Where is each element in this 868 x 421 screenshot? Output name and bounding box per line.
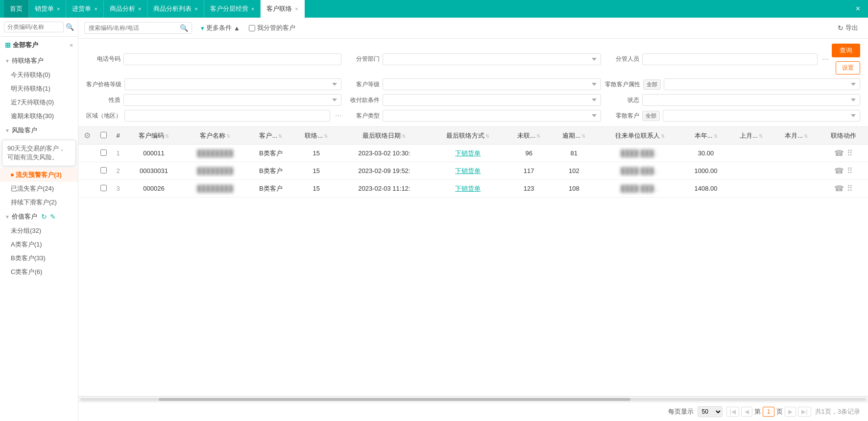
- sidebar-section-risk[interactable]: ▼ 风险客户: [0, 123, 78, 138]
- filter-phone-input[interactable]: [123, 53, 341, 65]
- contact-action-icon-2[interactable]: ☎: [834, 184, 844, 193]
- sidebar-item-tomorrow[interactable]: 明天待联络(1): [0, 82, 78, 96]
- filter-settings-btn[interactable]: 设置: [836, 61, 860, 74]
- sidebar-section-value[interactable]: ▼ 价值客户 ↻ ✎: [0, 209, 78, 224]
- main-search-input[interactable]: [84, 22, 192, 34]
- more-action-icon-2[interactable]: ⠿: [847, 184, 853, 193]
- th-this-year[interactable]: 本年...⇅: [683, 127, 728, 145]
- sidebar-item-ungroup[interactable]: 未分组(32): [0, 224, 78, 238]
- filter-status-select[interactable]: [642, 94, 860, 106]
- more-filter-btn[interactable]: ▾ 更多条件 ▲: [197, 22, 244, 34]
- contact-action-icon-0[interactable]: ☎: [834, 149, 844, 158]
- cell-this-year-2: 1408.00: [683, 180, 728, 198]
- main-search-icon[interactable]: 🔍: [180, 24, 188, 32]
- cell-last-method-1[interactable]: 下销货单: [430, 162, 506, 180]
- th-code[interactable]: 客户编码⇅: [125, 127, 182, 145]
- per-page-select[interactable]: 50 100 200: [698, 406, 723, 417]
- sidebar-collapse-icon[interactable]: «: [70, 42, 73, 49]
- sidebar-item-churn-warning[interactable]: 流失预警客户(3): [0, 168, 78, 182]
- tab-home[interactable]: 首页: [4, 0, 29, 18]
- sidebar-item-overdue[interactable]: 逾期未联络(30): [0, 109, 78, 123]
- cell-last-method-0[interactable]: 下销货单: [430, 145, 506, 162]
- th-this-month[interactable]: 本月...⇅: [773, 127, 819, 145]
- cell-gear-2: [78, 180, 96, 198]
- last-page-btn[interactable]: ▶|: [798, 407, 811, 417]
- th-past-contact[interactable]: 往来单位联系人⇅: [597, 127, 683, 145]
- th-contact-label: 联络...: [305, 132, 323, 139]
- data-table: ⚙ # 客户编码⇅ 客户名称⇅ 客户...⇅ 联络...⇅ 最后联络日期⇅ 最后…: [78, 127, 868, 198]
- filter-payment-select[interactable]: [383, 94, 601, 106]
- tab-customer-contact-close[interactable]: ×: [295, 6, 298, 12]
- edit-icon[interactable]: ✎: [50, 213, 56, 221]
- export-btn[interactable]: ↻ 导出: [834, 22, 862, 34]
- th-gear[interactable]: ⚙: [78, 127, 96, 145]
- filter-area-dots[interactable]: ···: [335, 111, 341, 120]
- sidebar-search-input[interactable]: [4, 22, 64, 32]
- sidebar-item-b-class-label: B类客户(33): [11, 254, 46, 263]
- tab-goods-analysis[interactable]: 商品分析 ×: [104, 0, 147, 18]
- filter-customer-level-select[interactable]: [383, 78, 601, 90]
- refresh-icon[interactable]: ↻: [41, 213, 47, 221]
- cell-last-month-0: [728, 145, 773, 162]
- contact-action-icon-1[interactable]: ☎: [834, 166, 844, 175]
- th-name[interactable]: 客户名称⇅: [182, 127, 248, 145]
- cell-last-method-2[interactable]: 下销货单: [430, 180, 506, 198]
- first-page-btn[interactable]: |◀: [726, 407, 739, 417]
- th-last-month[interactable]: 上月...⇅: [728, 127, 773, 145]
- sidebar-item-a-class[interactable]: A类客户(1): [0, 238, 78, 251]
- sidebar-item-tomorrow-label: 明天待联络(1): [11, 84, 50, 93]
- window-close-btn[interactable]: ×: [852, 4, 864, 13]
- my-customers-checkbox[interactable]: 我分管的客户: [249, 24, 295, 32]
- cell-name-blurred-1: ████████: [197, 167, 233, 174]
- my-customers-check[interactable]: [249, 25, 255, 31]
- th-contact[interactable]: 联络...⇅: [294, 127, 339, 145]
- prev-page-btn[interactable]: ◀: [741, 407, 752, 417]
- scrollbar-thumb[interactable]: [159, 398, 630, 401]
- sidebar-item-b-class[interactable]: B类客户(33): [0, 251, 78, 265]
- sidebar-item-declining[interactable]: 持续下滑客户(2): [0, 196, 78, 209]
- tab-goods-list-close[interactable]: ×: [194, 6, 197, 12]
- horizontal-scrollbar[interactable]: [78, 396, 868, 402]
- filter-retail-attr-select[interactable]: [664, 78, 860, 90]
- th-last-date[interactable]: 最后联络日期⇅: [339, 127, 430, 145]
- th-last-method[interactable]: 最后联络方式⇅: [430, 127, 506, 145]
- tab-goods-list[interactable]: 商品分析列表 ×: [147, 0, 204, 18]
- th-no-contact[interactable]: 未联...⇅: [506, 127, 552, 145]
- tab-sales-close[interactable]: ×: [57, 6, 60, 12]
- filter-retail-customer-select[interactable]: [663, 110, 860, 122]
- th-type[interactable]: 客户...⇅: [248, 127, 293, 145]
- filter-manager-input[interactable]: [642, 53, 818, 65]
- filter-dept-select[interactable]: [383, 53, 601, 65]
- tab-purchase[interactable]: 进货单 ×: [66, 0, 103, 18]
- sidebar-search-icon[interactable]: 🔍: [66, 23, 74, 31]
- tab-customer-contact[interactable]: 客户联络 ×: [261, 0, 304, 18]
- query-btn[interactable]: 查询: [832, 44, 860, 57]
- sidebar-item-c-class[interactable]: C类客户(6): [0, 265, 78, 279]
- next-page-btn[interactable]: ▶: [785, 407, 796, 417]
- filter-price-level-select[interactable]: [124, 78, 341, 90]
- sidebar-item-today[interactable]: 今天待联络(0): [0, 68, 78, 82]
- row-checkbox-2[interactable]: [100, 185, 107, 191]
- tab-sales[interactable]: 销货单 ×: [29, 0, 66, 18]
- tab-bar: 首页 销货单 × 进货单 × 商品分析 × 商品分析列表 × 客户分层经营 × …: [0, 0, 868, 18]
- row-checkbox-1[interactable]: [100, 167, 107, 173]
- tab-purchase-close[interactable]: ×: [94, 6, 97, 12]
- tab-goods-analysis-close[interactable]: ×: [138, 6, 141, 12]
- sidebar-all-customers[interactable]: ⊞ 全部客户 «: [0, 37, 78, 53]
- sidebar-item-churned[interactable]: 已流失客户(24): [0, 182, 78, 196]
- filter-customer-type-select[interactable]: [383, 110, 601, 122]
- gear-icon[interactable]: ⚙: [84, 131, 91, 140]
- filter-nature-select[interactable]: [123, 94, 341, 106]
- select-all-checkbox[interactable]: [100, 132, 107, 138]
- sidebar-section-pending[interactable]: ▼ 待联络客户: [0, 53, 78, 68]
- more-action-icon-1[interactable]: ⠿: [847, 166, 853, 175]
- filter-area-input[interactable]: [124, 110, 330, 122]
- sidebar-item-week[interactable]: 近7天待联络(0): [0, 96, 78, 109]
- page-label: 第: [754, 407, 761, 416]
- row-checkbox-0[interactable]: [100, 149, 107, 156]
- filter-manager-dots[interactable]: ···: [822, 55, 829, 64]
- tab-customer-layer[interactable]: 客户分层经营 ×: [204, 0, 261, 18]
- th-overdue[interactable]: 逾期...⇅: [552, 127, 597, 145]
- tab-customer-layer-close[interactable]: ×: [251, 6, 254, 12]
- more-action-icon-0[interactable]: ⠿: [847, 149, 853, 158]
